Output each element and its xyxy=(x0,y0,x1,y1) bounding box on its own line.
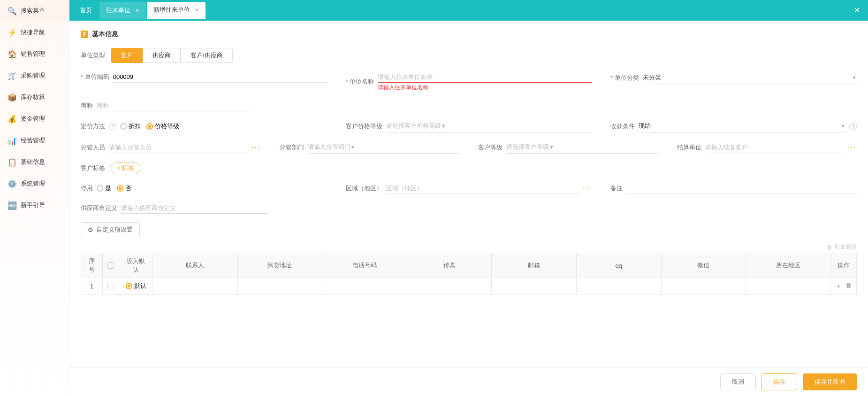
row-phone[interactable] xyxy=(322,278,407,295)
tab-home[interactable]: 首页 xyxy=(73,2,99,19)
payment-terms-help-icon[interactable]: ? xyxy=(849,123,857,130)
pricing-level[interactable]: 价格等级 xyxy=(146,122,179,131)
manager-input-wrapper xyxy=(109,142,248,153)
region-more[interactable]: ··· xyxy=(583,184,592,193)
sidebar-item-purchase[interactable]: 🛒 采购管理 xyxy=(0,65,69,86)
save-new-button[interactable]: 保存并新增 xyxy=(803,373,857,390)
sidebar-item-label: 基础信息 xyxy=(21,158,45,166)
sidebar-item-quicknav[interactable]: ⚡ 快捷导航 xyxy=(0,22,69,43)
row-qq[interactable] xyxy=(576,278,661,295)
save-button[interactable]: 保存 xyxy=(761,373,797,390)
sidebar-item-guide[interactable]: 🆕 新手引导 xyxy=(0,194,69,216)
row-contact[interactable] xyxy=(152,278,237,295)
row-default-label: 默认 xyxy=(134,282,146,290)
settlement-unit-more[interactable]: ··· xyxy=(848,143,857,152)
supplier-custom-label: 供应商自定义 xyxy=(81,204,117,212)
pricing-level-radio xyxy=(146,123,153,130)
region-input[interactable] xyxy=(386,185,579,192)
sidebar-item-sales[interactable]: 🏠 销售管理 xyxy=(0,43,69,65)
cancel-button[interactable]: 取消 xyxy=(720,373,756,390)
pricing-help-icon[interactable]: ? xyxy=(109,123,116,130)
col-email: 邮箱 xyxy=(492,253,577,278)
form-footer: 取消 保存 保存并新增 xyxy=(69,367,868,396)
row-wechat[interactable] xyxy=(661,278,746,295)
row-fax[interactable] xyxy=(407,278,492,295)
row-email[interactable] xyxy=(492,278,577,295)
disabled-radio-group: 是 否 xyxy=(97,184,131,193)
row-fax-input[interactable] xyxy=(412,283,487,290)
payment-terms-field: 收款条件 现结 ▼ ? xyxy=(610,120,857,132)
tag-add-button[interactable]: + 标签 xyxy=(111,162,140,174)
customer-level-select[interactable]: 请选择客户等级 ▼ xyxy=(506,141,658,154)
pricing-method-field: 定价方法 ? 折扣 价格等级 xyxy=(81,122,327,131)
row-checkbox[interactable] xyxy=(107,283,114,289)
tab-bar-close[interactable]: ✕ xyxy=(850,5,864,16)
sidebar-item-basic-info[interactable]: 📋 基础信息 xyxy=(0,151,69,173)
tab-contacts[interactable]: 往来单位 ✕ xyxy=(99,2,146,19)
unit-name-wrapper: 请输入往来单位名称 xyxy=(378,71,592,92)
remark-field: 备注 xyxy=(610,183,857,194)
row-default-radio[interactable]: 默认 xyxy=(124,282,148,290)
row-add-icon[interactable]: ＋ xyxy=(836,282,842,290)
pricing-discount[interactable]: 折扣 xyxy=(120,122,141,131)
sidebar-item-finance[interactable]: 💰 资金管理 xyxy=(0,108,69,130)
form-content: F 基本信息 单位类型 客户 供应商 客户/供应商 单位编码 xyxy=(69,21,868,367)
disabled-yes[interactable]: 是 xyxy=(97,184,111,193)
settlement-unit-label: 结算单位 xyxy=(677,143,701,152)
sidebar-item-label: 采购管理 xyxy=(21,71,45,80)
row-region[interactable] xyxy=(746,278,831,295)
sidebar-item-operations[interactable]: 📊 经营管理 xyxy=(0,130,69,151)
tab-contacts-label: 往来单位 xyxy=(106,6,130,15)
row-region-input[interactable] xyxy=(751,283,826,290)
unit-type-row: 单位类型 客户 供应商 客户/供应商 xyxy=(81,48,857,63)
customer-price-level-select[interactable]: 请选择客户价格等级 ▼ xyxy=(386,120,592,132)
row-qq-input[interactable] xyxy=(581,283,656,290)
unit-code-input[interactable] xyxy=(113,73,327,80)
manager-more[interactable]: ··· xyxy=(251,143,260,152)
short-name-input[interactable] xyxy=(97,102,250,109)
payment-terms-arrow: ▼ xyxy=(840,123,845,129)
department-select[interactable]: 请输入分管部门 ▼ xyxy=(308,141,460,154)
manager-input[interactable] xyxy=(109,144,248,151)
unit-type-customer[interactable]: 客户 xyxy=(111,48,143,63)
unit-name-input[interactable] xyxy=(378,73,592,80)
row-wechat-input[interactable] xyxy=(666,283,741,290)
row-address-input[interactable] xyxy=(243,283,318,290)
unit-type-supplier[interactable]: 供应商 xyxy=(143,48,181,63)
tab-new-contact-close[interactable]: ✕ xyxy=(195,7,199,13)
row-phone-input[interactable] xyxy=(327,283,402,290)
customer-tag-label: 客户标签 xyxy=(81,164,105,172)
settlement-unit-input-wrapper xyxy=(705,142,844,153)
select-all-checkbox[interactable] xyxy=(107,262,114,269)
pricing-method-label: 定价方法 xyxy=(81,122,105,131)
operations-icon: 📊 xyxy=(8,136,17,145)
tab-new-contact[interactable]: 新增往来单位 ✕ xyxy=(147,2,206,19)
row-email-input[interactable] xyxy=(496,283,571,290)
sidebar-item-system[interactable]: ⚙️ 系统管理 xyxy=(0,173,69,194)
payment-terms-select[interactable]: 现结 ▼ xyxy=(639,120,845,132)
sidebar-item-search[interactable]: 🔍 搜索菜单 xyxy=(0,0,69,22)
remark-input[interactable] xyxy=(626,185,857,192)
settlement-unit-input[interactable] xyxy=(705,144,844,151)
unit-type-both[interactable]: 客户/供应商 xyxy=(181,48,233,63)
row-address[interactable] xyxy=(237,278,322,295)
tab-contacts-close[interactable]: ✕ xyxy=(135,8,139,14)
tag-add-label: + 标签 xyxy=(117,164,134,172)
basic-info-icon: 📋 xyxy=(8,157,17,167)
unit-category-select[interactable]: 未分类 ▼ xyxy=(643,71,857,84)
unit-name-input-wrapper xyxy=(378,71,592,83)
section-title: 基本信息 xyxy=(92,30,118,39)
sidebar-item-label: 新手引导 xyxy=(21,201,45,210)
custom-settings-button[interactable]: ⚙ 自定义项设置 xyxy=(81,222,140,237)
region-field: 区域（地区） ··· xyxy=(346,183,592,194)
row-check xyxy=(103,278,119,295)
unit-type-label: 单位类型 xyxy=(81,51,105,60)
disabled-yes-label: 是 xyxy=(105,184,111,193)
supplier-custom-input[interactable] xyxy=(121,204,268,211)
sidebar-item-inventory[interactable]: 📦 库存核算 xyxy=(0,86,69,108)
disabled-no[interactable]: 否 xyxy=(117,184,131,193)
sidebar-item-label: 经营管理 xyxy=(21,136,45,145)
row-contact-input[interactable] xyxy=(158,283,233,290)
row-delete-icon[interactable]: 🗑 xyxy=(845,282,852,290)
batch-delete-button[interactable]: 🗑 批量删除 xyxy=(827,243,857,251)
